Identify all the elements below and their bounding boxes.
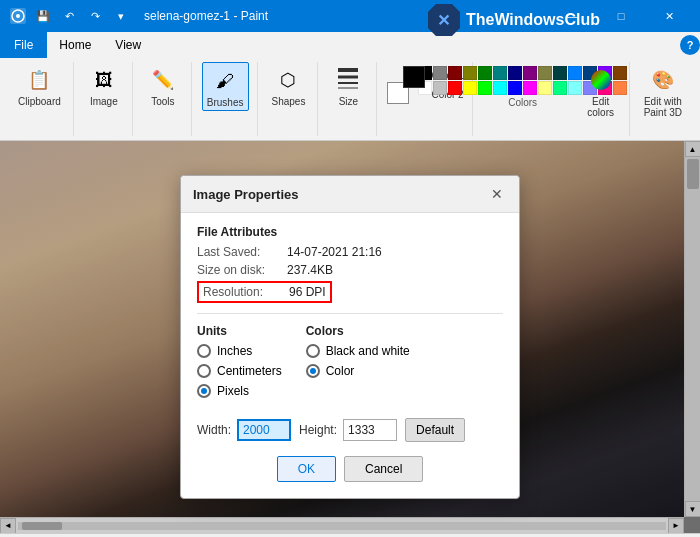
color-swatch-1[interactable] — [433, 66, 447, 80]
app-icon — [8, 6, 28, 26]
brushes-btn[interactable]: 🖌 Brushes — [202, 62, 249, 111]
color-swatch-3[interactable] — [463, 66, 477, 80]
default-btn[interactable]: Default — [405, 418, 465, 442]
dialog-title: Image Properties — [193, 187, 299, 202]
color-swatch-7[interactable] — [523, 66, 537, 80]
pixels-label: Pixels — [217, 384, 249, 398]
color1-swatch[interactable] — [403, 66, 425, 88]
dialog-close-btn[interactable]: ✕ — [487, 184, 507, 204]
height-label: Height: — [299, 423, 337, 437]
customize-quick-access-btn[interactable]: ▾ — [110, 5, 132, 27]
resolution-row: Resolution: 96 DPI — [197, 281, 332, 303]
color-swatch-17[interactable] — [463, 81, 477, 95]
ok-btn[interactable]: OK — [277, 456, 336, 482]
units-section: Units Inches Centimeters Pixels — [197, 324, 282, 404]
color-swatch-19[interactable] — [493, 81, 507, 95]
tools-icon: ✏️ — [147, 64, 179, 96]
edit-paint3d-btn[interactable]: 🎨 Edit withPaint 3D — [640, 62, 686, 120]
undo-btn[interactable]: ↶ — [58, 5, 80, 27]
cm-radio-circle — [197, 364, 211, 378]
tools-btn[interactable]: ✏️ Tools — [143, 62, 183, 109]
clipboard-btn[interactable]: 📋 Clipboard — [14, 62, 65, 109]
window-title: selena-gomez-1 - Paint — [144, 9, 268, 23]
last-saved-value: 14-07-2021 21:16 — [287, 245, 382, 259]
watermark-logo: ✕ — [428, 4, 460, 36]
color-label: Color — [326, 364, 355, 378]
image-icon: 🖼 — [88, 64, 120, 96]
save-quick-btn[interactable]: 💾 — [32, 5, 54, 27]
dialog-body: File Attributes Last Saved: 14-07-2021 2… — [181, 213, 519, 498]
group-edit-paint3d: 🎨 Edit withPaint 3D — [632, 62, 694, 136]
edit-colors-label: Editcolors — [587, 96, 614, 118]
height-group: Height: — [299, 419, 397, 441]
group-palette: Colors — [475, 62, 571, 136]
size-label: Size — [339, 96, 358, 107]
color-stacked — [387, 66, 425, 104]
watermark: ✕ TheWindowsClub — [428, 4, 600, 36]
help-btn[interactable]: ? — [680, 35, 700, 55]
image-btn[interactable]: 🖼 Image — [84, 62, 124, 109]
group-shapes: ⬡ Shapes — [260, 62, 319, 136]
pixels-radio-circle — [197, 384, 211, 398]
ribbon-content: 📋 Clipboard 🖼 Image ✏️ Tools — [0, 58, 700, 140]
colors-section: Colors Black and white Color — [306, 324, 410, 404]
image-properties-dialog: Image Properties ✕ File Attributes Last … — [180, 175, 520, 499]
units-colors-section: Units Inches Centimeters Pixels — [197, 324, 503, 404]
color-swatch-21[interactable] — [523, 81, 537, 95]
color-swatch-2[interactable] — [448, 66, 462, 80]
color-swatch-16[interactable] — [448, 81, 462, 95]
color-swatch-15[interactable] — [433, 81, 447, 95]
inches-label: Inches — [217, 344, 252, 358]
watermark-text: TheWindowsClub — [466, 11, 600, 29]
color-radio-circle — [306, 364, 320, 378]
color-swatch-23[interactable] — [553, 81, 567, 95]
group-tools: ✏️ Tools — [135, 62, 192, 136]
dimensions-row: Width: Height: Default — [197, 418, 503, 442]
resolution-value: 96 DPI — [289, 285, 326, 299]
pixels-radio[interactable]: Pixels — [197, 384, 282, 398]
resolution-label: Resolution: — [203, 285, 289, 299]
cancel-btn[interactable]: Cancel — [344, 456, 423, 482]
width-label: Width: — [197, 423, 231, 437]
maximize-btn[interactable]: □ — [598, 0, 644, 32]
group-edit-colors: Editcolors — [573, 62, 630, 136]
tab-view[interactable]: View — [103, 32, 153, 58]
size-icon — [332, 64, 364, 96]
centimeters-radio[interactable]: Centimeters — [197, 364, 282, 378]
color-swatch-20[interactable] — [508, 81, 522, 95]
clipboard-icon: 📋 — [23, 64, 55, 96]
tools-label: Tools — [151, 96, 174, 107]
color-radio[interactable]: Color — [306, 364, 410, 378]
color-swatch-4[interactable] — [478, 66, 492, 80]
group-image: 🖼 Image — [76, 62, 133, 136]
units-title: Units — [197, 324, 282, 338]
close-btn[interactable]: ✕ — [646, 0, 692, 32]
color-swatch-9[interactable] — [553, 66, 567, 80]
edit-colors-icon — [585, 64, 617, 96]
bw-radio[interactable]: Black and white — [306, 344, 410, 358]
color-swatch-8[interactable] — [538, 66, 552, 80]
color-swatch-22[interactable] — [538, 81, 552, 95]
height-input[interactable] — [343, 419, 397, 441]
edit-colors-btn[interactable]: Editcolors — [581, 62, 621, 120]
colors-group-label: Colors — [508, 97, 537, 108]
tab-home[interactable]: Home — [47, 32, 103, 58]
dialog-divider — [197, 313, 503, 314]
tab-file[interactable]: File — [0, 32, 47, 58]
size-btn[interactable]: Size — [328, 62, 368, 109]
main-area: ▲ ▼ ◄ ► Image Properties ✕ File Attribut… — [0, 141, 700, 533]
bw-radio-circle — [306, 344, 320, 358]
color-swatch-6[interactable] — [508, 66, 522, 80]
inches-radio-circle — [197, 344, 211, 358]
ribbon: File Home View ? 📋 Clipboard 🖼 Image — [0, 32, 700, 141]
redo-btn[interactable]: ↷ — [84, 5, 106, 27]
width-input[interactable] — [237, 419, 291, 441]
shapes-icon: ⬡ — [272, 64, 304, 96]
size-on-disk-label: Size on disk: — [197, 263, 287, 277]
colors-col-title: Colors — [306, 324, 410, 338]
color-swatch-18[interactable] — [478, 81, 492, 95]
color-swatch-5[interactable] — [493, 66, 507, 80]
shapes-btn[interactable]: ⬡ Shapes — [268, 62, 310, 109]
inches-radio[interactable]: Inches — [197, 344, 282, 358]
file-attributes-title: File Attributes — [197, 225, 503, 239]
